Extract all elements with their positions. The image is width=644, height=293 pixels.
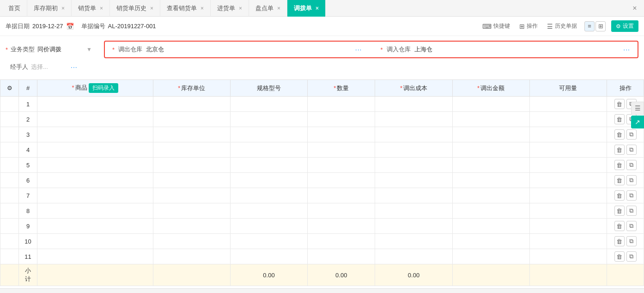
handler-field: 经手人 选择... ··· [10, 63, 78, 71]
table-container: ⚙ # *商品 扫码录入 *库存单位 规格型号 *数量 *调出成本 *调出金额 … [0, 79, 644, 288]
bottom-scroll[interactable] [0, 288, 644, 293]
right-float-bar: ☰ ↗ [631, 102, 644, 128]
wh-out-more-icon[interactable]: ··· [355, 46, 362, 53]
grid-view-btn[interactable]: ⊞ [595, 21, 606, 31]
table-row: 10 🗑 ⧉ [0, 234, 644, 249]
history-icon: ☰ [547, 23, 553, 30]
delete-row-btn[interactable]: 🗑 [614, 206, 625, 216]
close-inventory-init-tab[interactable]: × [61, 6, 65, 11]
tab-purchase-order[interactable]: 进货单 × [211, 0, 249, 17]
close-sales-history-tab[interactable]: × [150, 6, 153, 11]
shortcuts-btn[interactable]: ⌨ 快捷键 [480, 21, 512, 31]
delete-row-btn[interactable]: 🗑 [614, 145, 625, 155]
scan-btn[interactable]: 扫码录入 [89, 83, 118, 93]
handler-more-icon[interactable]: ··· [71, 63, 78, 71]
biz-type-field: * 业务类型 同价调拨 ▼ [6, 45, 92, 54]
close-purchase-order-tab[interactable]: × [239, 6, 242, 11]
th-settings[interactable]: ⚙ [0, 80, 19, 97]
copy-row-btn[interactable]: ⧉ [626, 206, 637, 216]
handler-value[interactable]: 选择... [31, 63, 68, 71]
data-table: ⚙ # *商品 扫码录入 *库存单位 规格型号 *数量 *调出成本 *调出金额 … [0, 79, 644, 286]
table-row: 11 🗑 ⧉ [0, 249, 644, 264]
biz-type-label: 业务类型 [11, 45, 35, 54]
copy-row-btn[interactable]: ⧉ [626, 145, 637, 155]
table-row: 3 🗑 ⧉ [0, 127, 644, 142]
list-view-btn[interactable]: ≡ [584, 21, 595, 31]
table-row: 5 🗑 ⧉ [0, 158, 644, 173]
doc-date-field: 单据日期 2019-12-27 📅 [6, 22, 74, 31]
biz-type-dropdown-icon[interactable]: ▼ [86, 46, 92, 53]
close-sales-order-tab[interactable]: × [100, 6, 103, 11]
warehouse-out-field: * 调出仓库 北京仓 ··· [112, 45, 362, 54]
biz-type-value[interactable]: 同价调拨 [37, 45, 84, 54]
float-expand-btn[interactable]: ↗ [631, 116, 644, 128]
copy-row-btn[interactable]: ⧉ [626, 175, 637, 185]
wh-out-value[interactable]: 北京仓 [146, 45, 352, 54]
close-inventory-count-tab[interactable]: × [277, 6, 280, 11]
keyboard-icon: ⌨ [482, 23, 492, 30]
table-row: 6 🗑 ⧉ [0, 173, 644, 188]
delete-row-btn[interactable]: 🗑 [614, 99, 625, 109]
wh-out-required: * [112, 46, 115, 53]
history-btn[interactable]: ☰ 历史单据 [545, 21, 579, 31]
wh-in-required: * [380, 46, 383, 53]
copy-row-btn[interactable]: ⧉ [626, 160, 637, 170]
copy-row-btn[interactable]: ⧉ [626, 221, 637, 231]
tab-view-sales[interactable]: 查看销货单 × [160, 0, 211, 17]
copy-row-btn[interactable]: ⧉ [626, 236, 637, 246]
delete-row-btn[interactable]: 🗑 [614, 160, 625, 170]
tab-home[interactable]: 首页 [2, 0, 27, 17]
form-row-1: * 业务类型 同价调拨 ▼ * 调出仓库 北京仓 ··· * 调入仓库 上海仓 [6, 41, 638, 58]
th-avail: 可用量 [529, 80, 607, 97]
copy-row-btn[interactable]: ⧉ [626, 129, 637, 140]
float-list-btn[interactable]: ☰ [631, 102, 644, 115]
delete-row-btn[interactable]: 🗑 [614, 251, 625, 262]
subtotal-row: 小计 0.00 0.00 0.00 [0, 264, 644, 286]
delete-row-btn[interactable]: 🗑 [614, 221, 625, 231]
main-content: 单据日期 2019-12-27 📅 单据编号 AL-20191227-001 ⌨… [0, 17, 644, 293]
delete-row-btn[interactable]: 🗑 [614, 236, 625, 246]
doc-date-value: 2019-12-27 [32, 23, 63, 30]
grid-icon: ⊞ [519, 23, 525, 30]
biz-type-required: * [6, 46, 8, 53]
th-qty: *数量 [308, 80, 375, 97]
close-transfer-order-tab[interactable]: × [316, 6, 319, 11]
table-row: 7 🗑 ⧉ [0, 188, 644, 203]
warehouse-in-field: * 调入仓库 上海仓 ··· [380, 45, 630, 54]
toolbar-actions: ⌨ 快捷键 ⊞ 操作 ☰ 历史单据 ≡ ⊞ ⚙ 设置 [480, 20, 638, 32]
th-product: *商品 扫码录入 [37, 80, 153, 97]
wh-in-more-icon[interactable]: ··· [623, 46, 630, 53]
warehouse-box: * 调出仓库 北京仓 ··· * 调入仓库 上海仓 ··· [104, 41, 638, 58]
tab-transfer-order[interactable]: 调拨单 × [287, 0, 326, 17]
copy-row-btn[interactable]: ⧉ [626, 251, 637, 262]
doc-date-label: 单据日期 [6, 22, 30, 31]
copy-row-btn[interactable]: ⧉ [626, 190, 637, 201]
table-row: 2 🗑 ⧉ [0, 112, 644, 127]
operations-btn[interactable]: ⊞ 操作 [517, 21, 540, 31]
th-spec: 规格型号 [230, 80, 307, 97]
delete-row-btn[interactable]: 🗑 [614, 175, 625, 185]
toolbar-row: 单据日期 2019-12-27 📅 单据编号 AL-20191227-001 ⌨… [0, 17, 644, 36]
delete-row-btn[interactable]: 🗑 [614, 114, 625, 124]
form-row-2: 经手人 选择... ··· [6, 63, 638, 71]
gear-icon: ⚙ [616, 23, 621, 30]
window-close-button[interactable]: × [627, 0, 642, 17]
view-toggle: ≡ ⊞ [584, 21, 606, 31]
tab-sales-history[interactable]: 销货单历史 × [110, 0, 160, 17]
settings-btn[interactable]: ⚙ 设置 [611, 20, 638, 32]
calendar-icon[interactable]: 📅 [66, 23, 74, 30]
doc-no-label: 单据编号 [81, 22, 105, 31]
doc-no-value: AL-20191227-001 [108, 23, 156, 30]
tab-inventory-init[interactable]: 库存期初 × [27, 0, 72, 17]
wh-in-value[interactable]: 上海仓 [414, 45, 620, 54]
tab-inventory-count[interactable]: 盘点单 × [249, 0, 287, 17]
table-header-row: ⚙ # *商品 扫码录入 *库存单位 规格型号 *数量 *调出成本 *调出金额 … [0, 80, 644, 97]
tab-sales-order[interactable]: 销货单 × [72, 0, 110, 17]
doc-no-field: 单据编号 AL-20191227-001 [81, 22, 156, 31]
delete-row-btn[interactable]: 🗑 [614, 129, 625, 140]
delete-row-btn[interactable]: 🗑 [614, 190, 625, 201]
wh-in-label: 调入仓库 [387, 45, 411, 54]
table-row: 9 🗑 ⧉ [0, 219, 644, 234]
close-view-sales-tab[interactable]: × [200, 6, 204, 11]
th-cost: *调出成本 [375, 80, 452, 97]
